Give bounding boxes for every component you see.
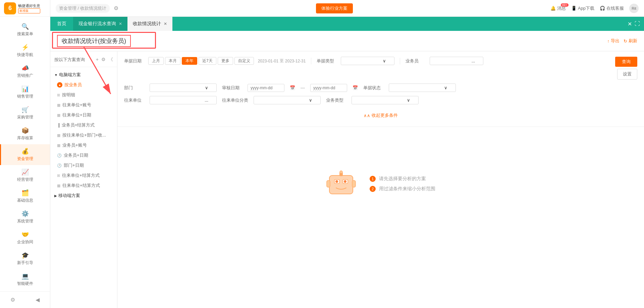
date-btn-7days[interactable]: 近7天 xyxy=(199,57,216,65)
date-btn-last-month[interactable]: 上月 xyxy=(148,57,164,65)
review-date-end-input[interactable] xyxy=(310,84,347,92)
biz-type-select[interactable]: ∨ xyxy=(352,96,419,104)
sidebar-item-operations[interactable]: 📈 经营管理 xyxy=(0,165,50,186)
trial-button[interactable]: 体验行业方案 xyxy=(316,3,353,13)
basic-icon: 🗂️ xyxy=(21,189,29,197)
logo-area: 6 畅捷通好生意 标准版 xyxy=(0,0,50,17)
date-range: 2023-01-01 至 2023-12-31 xyxy=(258,58,306,64)
table-icon-4: ▦ xyxy=(57,143,60,148)
guide-icon: 🎓 xyxy=(21,252,29,259)
panel-actions: + ⚙ 《 xyxy=(96,57,113,63)
sidebar-item-marketing[interactable]: 📣 营销推广 xyxy=(0,61,50,82)
cal-icon-2: 📅 xyxy=(353,85,358,90)
hardware-icon: 💻 xyxy=(21,272,29,280)
collapse-sidebar-icon[interactable]: ◀ xyxy=(34,295,41,305)
partner-category-select[interactable]: ∨ xyxy=(254,96,321,104)
dept-select[interactable]: ∨ xyxy=(150,84,217,92)
app-download-button[interactable]: 📱 App下载 xyxy=(571,5,594,11)
filter-row-2: 部门 ∨ 审核日期 📅 — 📅 单据状态 xyxy=(124,84,637,92)
sidebar-item-enterprise[interactable]: 🤝 企业协同 xyxy=(0,227,50,248)
sidebar-item-search[interactable]: 🔍 搜索菜单 xyxy=(0,19,50,40)
step-1-number: 1 xyxy=(370,176,376,182)
more-icon-2: ... xyxy=(205,98,208,103)
partner-label: 往来单位 xyxy=(124,97,144,103)
sidebar-item-finance[interactable]: 💰 资金管理 xyxy=(0,144,50,165)
header-left: 资金管理 / 收款情况统计 ⚙ xyxy=(56,4,118,13)
date-btn-more[interactable]: 更多 xyxy=(218,57,233,65)
sidebar-item-basic[interactable]: 🗂️ 基础信息 xyxy=(0,186,50,207)
tree-category-desktop[interactable]: ▼ 电脑端方案 xyxy=(50,70,117,80)
refresh-button[interactable]: ↻ 刷新 xyxy=(624,38,637,44)
tab-receipt-close[interactable]: ✕ xyxy=(164,21,167,26)
tree-item-partner-settlement2[interactable]: ▦ 往来单位+结算方式 xyxy=(50,181,117,191)
sidebar-item-system[interactable]: ⚙️ 系统管理 xyxy=(0,207,50,227)
sidebar-item-sales[interactable]: 📊 销售管理 xyxy=(0,82,50,103)
tree-item-salesperson-account[interactable]: ▦ 业务员+账号 xyxy=(50,140,117,150)
main-area: 资金管理 / 收款情况统计 ⚙ 体验行业方案 🔔 消息 99+ 📱 App下载 … xyxy=(50,0,644,308)
review-date-start-input[interactable] xyxy=(248,84,284,92)
tree-item-partner-settlement1[interactable]: ⊞ 往来单位+结算方式 xyxy=(50,170,117,181)
salesperson-select[interactable]: ... xyxy=(430,57,483,65)
filter-row-3: 往来单位 ... 往来单位分类 ∨ 业务类型 xyxy=(124,96,637,104)
tree-item-salesperson-date[interactable]: 🕐 业务员+日期 xyxy=(50,150,117,160)
add-scheme-button[interactable]: + xyxy=(96,57,99,63)
sidebar-item-wechat[interactable]: 💬 企业微信 xyxy=(0,290,50,291)
operations-icon: 📈 xyxy=(21,168,29,176)
panel-header: 按以下方案查询 + ⚙ 《 xyxy=(50,55,117,67)
tree-item-by-salesperson[interactable]: ● 按业务员 xyxy=(50,80,117,90)
export-icon: ↑ xyxy=(607,39,610,44)
partner-select[interactable]: ... xyxy=(150,96,217,104)
tree-item-salesperson-settlement[interactable]: ▐ 业务员+结算方式 xyxy=(50,120,117,130)
sidebar-item-inventory[interactable]: 📦 库存核算 xyxy=(0,123,50,144)
page-title: 收款情况统计(按业务员) xyxy=(57,35,131,47)
tree-category-mobile[interactable]: ▶ 移动端方案 xyxy=(50,191,117,201)
table-icon-3: ▦ xyxy=(57,133,60,138)
detail-icon: ⊞ xyxy=(57,93,60,97)
svg-point-6 xyxy=(340,171,342,173)
content-area: 按以下方案查询 + ⚙ 《 ▼ 电脑端方案 ● 按业务员 xyxy=(50,51,644,308)
marketing-icon: 📣 xyxy=(21,64,29,72)
window-maximize-icon[interactable]: ⛶ xyxy=(635,21,640,27)
tab-home[interactable]: 首页 xyxy=(50,17,73,31)
sidebar-item-purchase[interactable]: 🛒 采购管理 xyxy=(0,103,50,123)
tree-item-partner-date[interactable]: ▦ 往来单位+日期 xyxy=(50,110,117,120)
window-buttons: ✕ ⛶ xyxy=(624,21,644,27)
setting-button[interactable]: 设置 xyxy=(617,69,637,80)
message-button[interactable]: 🔔 消息 99+ xyxy=(550,5,566,11)
scheme-settings-icon[interactable]: ⚙ xyxy=(101,57,106,63)
triangle-right-icon: ▶ xyxy=(54,194,57,198)
empty-state: 1 请先选择要分析的方案 2 用过滤条件来缩小分析范围 xyxy=(117,127,644,241)
gear-icon[interactable]: ⚙ xyxy=(114,5,118,11)
doc-type-select[interactable]: ∨ xyxy=(341,57,394,65)
filter-area: 单据日期 上月 本月 本年 近7天 更多 自定义 2023-01-01 xyxy=(117,51,644,127)
collapse-panel-button[interactable]: 《 xyxy=(108,57,113,63)
chart-icon: ▐ xyxy=(57,123,60,127)
clock-icon-1: 🕐 xyxy=(57,153,62,158)
table-icon-1: ▦ xyxy=(57,103,60,107)
tree-item-partner-dept-receipt[interactable]: ▦ 按往来单位+部门+收... xyxy=(50,130,117,140)
svg-rect-0 xyxy=(329,175,353,194)
tree-item-dept-date[interactable]: 🕐 部门+日期 xyxy=(50,160,117,170)
settings-bottom-icon[interactable]: ⚙ xyxy=(9,295,17,305)
tab-receipt[interactable]: 收款情况统计 ✕ xyxy=(127,17,172,31)
query-button[interactable]: 查询 xyxy=(615,57,637,67)
date-btn-this-month[interactable]: 本月 xyxy=(165,57,180,65)
export-button[interactable]: ↑ 导出 xyxy=(607,38,620,44)
svg-point-3 xyxy=(335,180,338,183)
tree-item-partner-account[interactable]: ▦ 往来单位+账号 xyxy=(50,100,117,110)
online-service-button[interactable]: 🎧 在线客服 xyxy=(600,5,624,11)
doc-status-select[interactable]: ∨ xyxy=(389,84,456,92)
tab-bar: 首页 现金银行流水查询 ✕ 收款情况统计 ✕ ✕ ⛶ xyxy=(50,17,644,31)
sidebar-item-quick[interactable]: ⚡ 快捷导航 xyxy=(0,40,50,61)
collapse-filters-button[interactable]: ∧∧ 收起更多条件 xyxy=(361,110,400,121)
date-btn-this-year[interactable]: 本年 xyxy=(182,57,197,65)
sidebar-item-hardware[interactable]: 💻 智能硬件 xyxy=(0,269,50,290)
tab-bank-close[interactable]: ✕ xyxy=(119,21,122,26)
review-date-label: 审核日期 xyxy=(222,85,242,91)
date-btn-custom[interactable]: 自定义 xyxy=(234,57,254,65)
window-close-icon[interactable]: ✕ xyxy=(628,21,632,27)
tab-bank[interactable]: 现金银行流水查询 ✕ xyxy=(73,17,127,31)
more-icon-1: ... xyxy=(472,58,475,63)
sidebar-item-guide[interactable]: 🎓 新手引导 xyxy=(0,248,50,269)
tree-item-by-detail[interactable]: ⊞ 按明细 xyxy=(50,90,117,100)
